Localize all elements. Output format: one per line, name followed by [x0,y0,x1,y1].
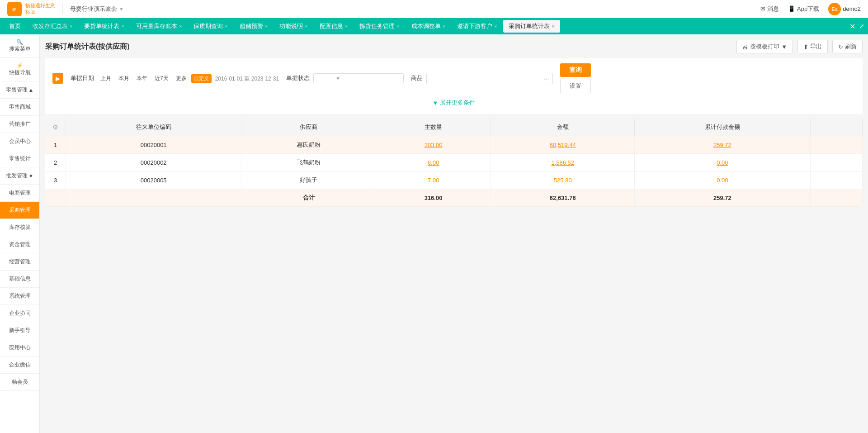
row-qty-3[interactable]: 7.00 [376,171,491,189]
sidebar-item-members[interactable]: 会员中心 [0,133,39,150]
sidebar-item-retail-store[interactable]: 零售商城 [0,99,39,116]
print-button[interactable]: 🖨 按模板打印 ▼ [736,40,793,53]
date-last-month[interactable]: 上月 [98,74,114,83]
refresh-icon: ↻ [838,43,843,50]
nav-tab-0[interactable]: 收发存汇总表 × [27,20,78,33]
close-tab-7-icon[interactable]: × [396,24,399,29]
sidebar-item-retail-mgmt[interactable]: 零售管理 ▲ [0,81,39,99]
nav-tab-4[interactable]: 超储预警 × [234,20,273,33]
user-initials: Ea [832,6,838,12]
row-supplier-1: 惠氏奶粉 [241,136,376,154]
main-layout: 🔍 搜索菜单 ⚡ 快捷导航 零售管理 ▲ 零售商城 营销推广 会员中心 零售统计… [0,34,868,433]
nav-home-tab[interactable]: 首页 [4,22,26,30]
status-filter-group: 单据状态 ▼ [286,73,404,83]
close-tab-2-icon[interactable]: × [179,24,182,29]
expand-more-btn[interactable]: ▼ 展开更多条件 [429,97,479,109]
status-dropdown-icon: ▼ [335,76,340,81]
goods-label: 商品 [411,74,423,82]
content-area: 采购订单统计表(按供应商) 🖨 按模板打印 ▼ ⬆ 导出 ↻ 刷新 [40,34,868,433]
settings-button[interactable]: 设置 [560,79,591,93]
sidebar-item-purchase[interactable]: 采购管理 [0,202,39,219]
goods-more-icon[interactable]: ··· [544,75,549,82]
nav-close-all-icon[interactable]: ✕ [849,22,855,31]
export-button[interactable]: ⬆ 导出 [797,40,828,53]
refresh-button[interactable]: ↻ 刷新 [832,40,863,53]
sidebar: 🔍 搜索菜单 ⚡ 快捷导航 零售管理 ▲ 零售商城 营销推广 会员中心 零售统计… [0,34,40,433]
nav-tab-10[interactable]: 采购订单统计表 × [503,20,560,33]
close-tab-8-icon[interactable]: × [443,24,445,29]
nav-fullscreen-icon[interactable]: ⤢ [859,23,864,30]
row-amount-1[interactable]: 60,519.44 [491,136,635,154]
sidebar-item-app-center[interactable]: 应用中心 [0,339,39,357]
row-num-2: 2 [45,154,66,171]
date-shortcuts: 上月 本月 本年 近7天 更多 自定义 [98,74,212,83]
date-custom-tag[interactable]: 自定义 [191,74,212,83]
message-btn[interactable]: ✉ 消息 [760,5,779,13]
date-this-year[interactable]: 本年 [134,74,150,83]
sidebar-item-enterprise-collab[interactable]: 企业协同 [0,305,39,322]
sidebar-item-operations[interactable]: 经营管理 [0,253,39,271]
close-tab-5-icon[interactable]: × [305,24,307,29]
sidebar-item-basics[interactable]: 基础信息 [0,271,39,288]
row-amount-3[interactable]: 525.80 [491,171,635,189]
sidebar-item-new-guide[interactable]: 新手引导 [0,322,39,339]
logo-text: 畅捷通好生意 标版 [25,3,55,14]
sidebar-item-finance[interactable]: 资金管理 [0,236,39,253]
sidebar-item-wholesale[interactable]: 批发管理 ▼ [0,167,39,185]
row-paid-1[interactable]: 259.72 [635,136,810,154]
nav-tab-8[interactable]: 成本调整单 × [406,20,451,33]
sidebar-item-marketing[interactable]: 营销推广 [0,116,39,133]
row-paid-2[interactable]: 0.00 [635,154,810,171]
workspace-selector[interactable]: 母婴行业演示账套 ▼ [70,5,124,13]
sidebar-item-system[interactable]: 系统管理 [0,288,39,305]
nav-tab-3[interactable]: 保质期查询 × [188,20,233,33]
sidebar-item-shortcuts[interactable]: ⚡ 快捷导航 [0,58,39,81]
query-button[interactable]: 查询 [560,63,591,77]
row-qty-2[interactable]: 6.00 [376,154,491,171]
nav-tab-7[interactable]: 拣货任务管理 × [354,20,405,33]
close-tab-1-icon[interactable]: × [121,24,124,29]
date-this-month[interactable]: 本月 [116,74,132,83]
app-download-btn[interactable]: 📱 App下载 [788,5,819,13]
sidebar-item-ecommerce[interactable]: 电商管理 [0,185,39,202]
close-tab-6-icon[interactable]: × [345,24,348,29]
close-tab-9-icon[interactable]: × [494,24,497,29]
sidebar-item-retail-stats[interactable]: 零售统计 [0,150,39,167]
sidebar-item-search[interactable]: 🔍 搜索菜单 [0,34,39,58]
nav-tab-1[interactable]: 要货单统计表 × [79,20,129,33]
close-tab-3-icon[interactable]: × [225,24,227,29]
sidebar-item-inventory[interactable]: 库存核算 [0,219,39,236]
close-tab-10-icon[interactable]: × [552,24,554,29]
sidebar-item-member-plus[interactable]: 畅会员 [0,374,39,391]
close-tab-4-icon[interactable]: × [265,24,268,29]
expand-row: ▼ 展开更多条件 [52,97,855,109]
nav-tab-5[interactable]: 功能说明 × [274,20,313,33]
col-paid: 累计付款金额 [635,119,810,136]
sidebar-item-weixin[interactable]: 企业微信 [0,357,39,374]
row-paid-3[interactable]: 0.00 [635,171,810,189]
status-label: 单据状态 [286,74,310,82]
row-extra-1 [810,136,862,154]
nav-tab-6[interactable]: 配置信息 × [314,20,353,33]
nav-tab-9[interactable]: 邀请下游客户 × [452,20,502,33]
logo-icon: 好 [7,2,22,16]
goods-input[interactable]: ··· [426,73,553,84]
date-more[interactable]: 更多 [173,74,189,83]
status-select[interactable]: ▼ [313,73,404,83]
table-footer-row: 合计 316.00 62,631.76 259.72 [45,189,863,207]
table-row: 1 00020001 惠氏奶粉 303.00 60,519.44 259.72 [45,136,863,154]
row-code-1: 00020001 [66,136,241,154]
expand-icon: ▼ [433,100,439,106]
data-table: ⚙ 往来单位编码 供应商 主数量 金额 累计付款金额 1 00020001 [45,119,863,207]
message-icon: ✉ [760,5,765,12]
date-7-days[interactable]: 近7天 [152,74,171,83]
row-qty-1[interactable]: 303.00 [376,136,491,154]
close-tab-0-icon[interactable]: × [70,24,72,29]
filter-toggle-icon[interactable]: ▶ [52,73,63,84]
nav-tab-2[interactable]: 可用量库存账本 × [131,20,187,33]
user-area[interactable]: Ea demo2 [828,3,861,15]
row-amount-2[interactable]: 1,586.52 [491,154,635,171]
table-header-row: ⚙ 往来单位编码 供应商 主数量 金额 累计付款金额 [45,119,863,136]
page-title: 采购订单统计表(按供应商) [45,42,130,52]
table-gear-icon[interactable]: ⚙ [52,124,58,131]
